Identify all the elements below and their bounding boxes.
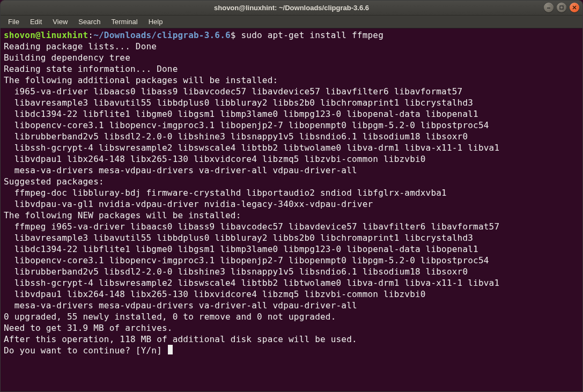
close-button[interactable]: [570, 3, 579, 12]
out-line: After this operation, 118 MB of addition…: [4, 334, 357, 344]
terminal-window: shovon@linuxhint: ~/Downloads/clipgrab-3…: [0, 0, 583, 392]
prompt-host: linuxhint: [41, 30, 88, 40]
prompt-dollar: $: [231, 30, 241, 40]
out-line: 0 upgraded, 55 newly installed, 0 to rem…: [4, 312, 336, 322]
out-line: libopencv-core3.1 libopencv-imgproc3.1 l…: [4, 120, 489, 130]
menu-search[interactable]: Search: [73, 17, 106, 27]
menu-view[interactable]: View: [47, 17, 73, 27]
out-line: librubberband2v5 libsdl2-2.0-0 libshine3…: [4, 267, 468, 277]
out-line: Suggested packages:: [4, 176, 104, 187]
out-line: ffmpeg i965-va-driver libaacs0 libass9 l…: [4, 221, 499, 232]
window-controls: [544, 3, 579, 12]
close-icon: [572, 5, 577, 10]
out-line: librubberband2v5 libsdl2-2.0-0 libshine3…: [4, 131, 468, 142]
out-line: Reading state information... Done: [4, 64, 178, 74]
command-text: sudo apt-get install ffmpeg: [241, 30, 384, 40]
out-line: libssh-gcrypt-4 libswresample2 libswscal…: [4, 278, 499, 288]
out-line: Need to get 31.9 MB of archives.: [4, 323, 173, 333]
out-line: libvdpau1 libx264-148 libx265-130 libxvi…: [4, 154, 426, 164]
terminal-output[interactable]: shovon@linuxhint:~/Downloads/clipgrab-3.…: [1, 28, 582, 391]
prompt-user: shovon: [4, 30, 35, 40]
prompt-continue: Do you want to continue? [Y/n]: [4, 345, 167, 356]
out-line: libvdpau-va-gl1 nvidia-vdpau-driver nvid…: [4, 199, 373, 209]
out-line: libavresample3 libavutil55 libbdplus0 li…: [4, 98, 473, 108]
out-line: libdc1394-22 libflite1 libgme0 libgsm1 l…: [4, 244, 478, 254]
out-line: libssh-gcrypt-4 libswresample2 libswscal…: [4, 143, 499, 153]
prompt-colon: :: [88, 30, 93, 40]
svg-rect-1: [560, 6, 563, 9]
out-line: The following additional packages will b…: [4, 75, 278, 85]
cursor-block: [168, 345, 173, 354]
out-line: libdc1394-22 libflite1 libgme0 libgsm1 l…: [4, 109, 478, 119]
titlebar: shovon@linuxhint: ~/Downloads/clipgrab-3…: [1, 1, 582, 16]
minimize-icon: [546, 5, 551, 10]
out-line: Reading package lists... Done: [4, 41, 157, 51]
out-line: i965-va-driver libaacs0 libass9 libavcod…: [4, 86, 462, 97]
out-line: Building dependency tree: [4, 53, 130, 63]
maximize-button[interactable]: [557, 3, 566, 12]
minimize-button[interactable]: [544, 3, 554, 12]
prompt-path: ~/Downloads/clipgrab-3.6.6: [93, 30, 231, 40]
menu-edit[interactable]: Edit: [25, 17, 47, 27]
out-line: mesa-va-drivers mesa-vdpau-drivers va-dr…: [4, 165, 357, 175]
menubar: File Edit View Search Terminal Help: [1, 16, 582, 28]
maximize-icon: [559, 5, 564, 10]
out-line: libavresample3 libavutil55 libbdplus0 li…: [4, 233, 473, 243]
menu-help[interactable]: Help: [143, 17, 168, 27]
prompt-at: @: [35, 30, 41, 40]
out-line: ffmpeg-doc libbluray-bdj firmware-crysta…: [4, 188, 447, 198]
out-line: mesa-va-drivers mesa-vdpau-drivers va-dr…: [4, 300, 357, 310]
menu-terminal[interactable]: Terminal: [106, 17, 143, 27]
out-line: libvdpau1 libx264-148 libx265-130 libxvi…: [4, 289, 426, 299]
out-line: The following NEW packages will be insta…: [4, 210, 241, 220]
window-title: shovon@linuxhint: ~/Downloads/clipgrab-3…: [214, 4, 369, 12]
out-line: libopencv-core3.1 libopencv-imgproc3.1 l…: [4, 255, 489, 265]
menu-file[interactable]: File: [3, 17, 25, 27]
